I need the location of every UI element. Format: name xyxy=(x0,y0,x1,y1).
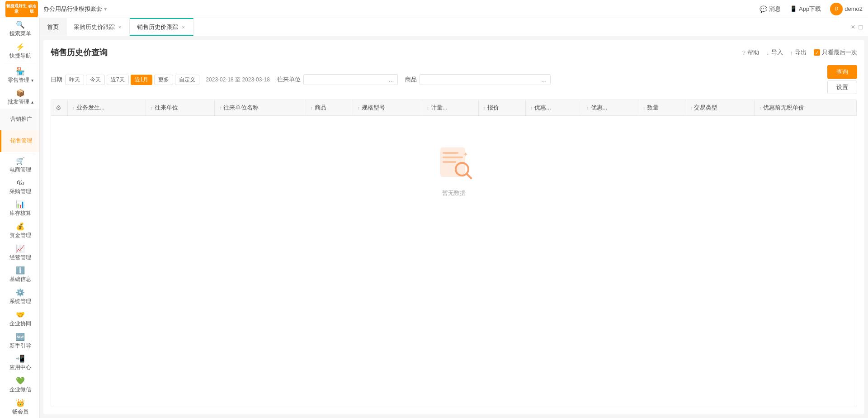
col-pretax-price[interactable]: ↕ 优惠前无税单价 xyxy=(755,100,857,116)
restore-window-icon[interactable]: □ xyxy=(859,24,863,31)
partner-filter-label: 往来单位 xyxy=(277,76,301,84)
col-partner-code[interactable]: ↕ 往来单位 xyxy=(146,100,215,116)
col-quantity[interactable]: ↕ 数量 xyxy=(638,100,685,116)
col-discount2[interactable]: ↕ 优惠... xyxy=(582,100,638,116)
basic-info-icon: ℹ️ xyxy=(16,266,25,275)
export-action[interactable]: ↑ 导出 xyxy=(790,48,807,57)
product-input[interactable] xyxy=(424,76,541,83)
sidebar-item-search-menu[interactable]: 🔍 搜索菜单 xyxy=(0,18,39,40)
col-spec[interactable]: ↕ 规格型号 xyxy=(353,100,422,116)
date-btn-yesterday[interactable]: 昨天 xyxy=(65,75,84,85)
sidebar-item-marketing-promo[interactable]: 营销推广 xyxy=(0,109,39,130)
sidebar-item-enterprise-collab[interactable]: 🤝 企业协同 xyxy=(0,308,39,330)
col-partner-name[interactable]: ↕ 往来单位名称 xyxy=(215,100,306,116)
date-btn-more[interactable]: 更多 xyxy=(154,75,173,85)
sidebar-item-app-center[interactable]: 📲 应用中心 xyxy=(0,352,39,374)
import-icon: ↓ xyxy=(766,49,769,56)
message-button[interactable]: 💬 消息 xyxy=(760,5,781,13)
date-btn-today[interactable]: 今天 xyxy=(86,75,105,85)
guide-icon: 🆕 xyxy=(16,332,25,341)
col-unit[interactable]: ↕ 计量... xyxy=(422,100,478,116)
retail-icon: 🏪 xyxy=(16,67,25,76)
sidebar-item-wholesale-mgmt[interactable]: 📦 批发管理 ▴ xyxy=(0,86,39,109)
date-filter-label: 日期 xyxy=(51,76,62,84)
sort-pretax-price-icon: ↕ xyxy=(759,105,761,110)
partner-dots[interactable]: ... xyxy=(389,76,394,83)
tab-bar-right: × □ xyxy=(845,18,868,36)
col-product[interactable]: ↕ 商品 xyxy=(306,100,353,116)
date-options: 昨天 今天 近7天 近1月 更多 自定义 xyxy=(65,75,199,85)
export-icon: ↑ xyxy=(790,49,793,56)
date-btn-last7[interactable]: 近7天 xyxy=(107,75,129,85)
sort-spec-icon: ↕ xyxy=(358,105,360,110)
sort-discount1-icon: ↕ xyxy=(530,105,533,110)
retail-arrow-icon: ▾ xyxy=(31,78,33,83)
sidebar-item-system-mgmt[interactable]: ⚙️ 系统管理 xyxy=(0,286,39,308)
col-settings[interactable]: ⚙ xyxy=(51,100,67,116)
empty-text: 暂无数据 xyxy=(442,189,466,197)
sidebar-item-ecommerce-mgmt[interactable]: 🛒 电商管理 xyxy=(0,154,39,176)
system-icon: ⚙️ xyxy=(16,288,25,297)
sidebar-item-enterprise-wechat[interactable]: 💚 企业微信 xyxy=(0,374,39,396)
settings-gear-icon[interactable]: ⚙ xyxy=(56,104,61,111)
sidebar-item-member[interactable]: 👑 畅会员 xyxy=(0,396,39,418)
col-discount1[interactable]: ↕ 优惠... xyxy=(525,100,582,116)
partner-input[interactable] xyxy=(307,76,389,83)
sidebar-item-retail-mgmt[interactable]: 🏪 零售管理 ▾ xyxy=(0,64,39,86)
close-window-icon[interactable]: × xyxy=(851,23,855,31)
date-filter-group: 日期 昨天 今天 近7天 近1月 更多 自定义 2023-02-18 至 202… xyxy=(51,75,270,85)
search-icon: 🔍 xyxy=(16,20,25,29)
ecommerce-icon: 🛒 xyxy=(16,157,25,165)
date-range-text: 2023-02-18 至 2023-03-18 xyxy=(206,76,269,84)
product-dots[interactable]: ... xyxy=(541,76,547,83)
query-button[interactable]: 查询 xyxy=(827,65,857,79)
table-header-row: ⚙ ↕ 业务发生... ↕ xyxy=(51,100,857,116)
app-center-icon: 📲 xyxy=(16,354,25,363)
wholesale-icon: 📦 xyxy=(16,89,25,97)
svg-rect-2 xyxy=(443,157,463,158)
tab-sales-history[interactable]: 销售历史价跟踪 × xyxy=(130,18,193,36)
tab-purchase-history[interactable]: 采购历史价跟踪 × xyxy=(66,18,130,36)
col-biz-date[interactable]: ↕ 业务发生... xyxy=(67,100,146,116)
app-logo: 畅捷通好生意 标准版 xyxy=(5,1,38,17)
sidebar-item-operations-mgmt[interactable]: 📈 经营管理 xyxy=(0,242,39,264)
sidebar-item-finance-mgmt[interactable]: 💰 资金管理 xyxy=(0,220,39,242)
sort-quantity-icon: ↕ xyxy=(643,105,645,110)
help-action[interactable]: ? 帮助 xyxy=(742,48,759,57)
tab-sales-history-close[interactable]: × xyxy=(181,24,185,30)
empty-state-illustration: ✦ xyxy=(431,143,476,184)
sort-product-icon: ↕ xyxy=(311,105,313,110)
import-action[interactable]: ↓ 导入 xyxy=(766,48,783,57)
partner-input-wrapper: ... xyxy=(303,74,398,85)
inventory-icon: 📊 xyxy=(16,200,25,209)
sidebar-item-new-guide[interactable]: 🆕 新手引导 xyxy=(0,330,39,352)
member-icon: 👑 xyxy=(16,399,25,407)
shortcut-icon: ⚡ xyxy=(16,43,25,51)
svg-line-5 xyxy=(467,174,471,178)
only-latest-action[interactable]: ✓ 只看最后一次 xyxy=(814,48,857,57)
page-title: 销售历史价查询 xyxy=(51,47,108,58)
date-btn-custom[interactable]: 自定义 xyxy=(175,75,199,85)
sort-discount2-icon: ↕ xyxy=(587,105,589,110)
sidebar-item-basic-info[interactable]: ℹ️ 基础信息 xyxy=(0,264,39,286)
sidebar-divider xyxy=(4,63,36,63)
sidebar-item-shortcut-nav[interactable]: ⚡ 快捷导航 xyxy=(0,40,39,62)
app-download-button[interactable]: 📱 App下载 xyxy=(790,5,821,13)
tab-home[interactable]: 首页 xyxy=(40,18,66,36)
page-title-row: 销售历史价查询 ? 帮助 ↓ 导入 ↑ 导出 ✓ xyxy=(51,47,857,58)
user-profile[interactable]: D demo2 xyxy=(830,3,863,15)
top-bar-right: 💬 消息 📱 App下载 D demo2 xyxy=(760,3,863,15)
settings-button[interactable]: 设置 xyxy=(827,81,857,94)
sidebar-item-purchase-mgmt[interactable]: 🛍 采购管理 xyxy=(0,176,39,198)
sort-quoted-price-icon: ↕ xyxy=(483,105,486,110)
col-trade-type[interactable]: ↕ 交易类型 xyxy=(685,100,755,116)
tab-purchase-history-close[interactable]: × xyxy=(118,24,122,30)
sidebar-item-sales-mgmt[interactable]: 销售管理 xyxy=(0,130,39,152)
product-filter-group: 商品 ... xyxy=(405,74,551,85)
account-selector[interactable]: 办公用品行业模拟账套 ▾ xyxy=(43,5,107,13)
sidebar-divider-2 xyxy=(4,153,36,153)
date-btn-last1m[interactable]: 近1月 xyxy=(131,75,153,85)
product-input-wrapper: ... xyxy=(420,74,551,85)
sidebar-item-inventory-mgmt[interactable]: 📊 库存核算 xyxy=(0,198,39,220)
col-quoted-price[interactable]: ↕ 报价 xyxy=(478,100,525,116)
